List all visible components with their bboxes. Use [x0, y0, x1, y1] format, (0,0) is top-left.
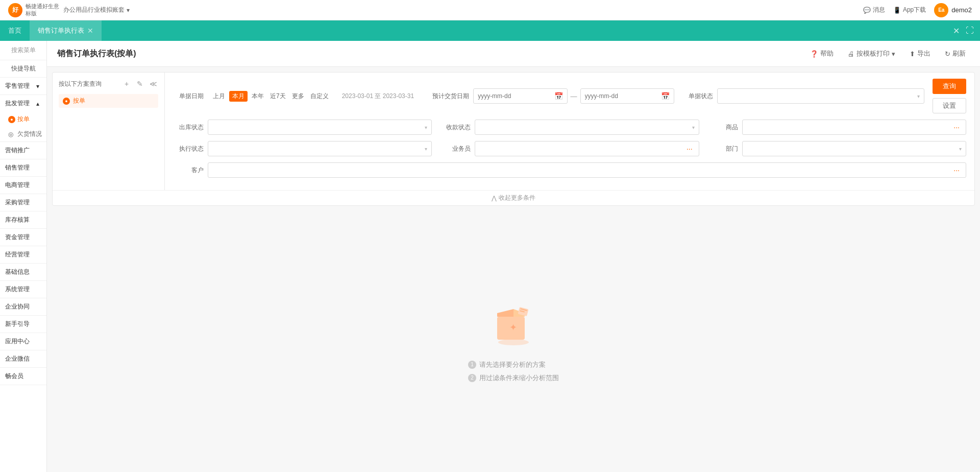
- settings-button[interactable]: 设置: [933, 98, 966, 113]
- export-button[interactable]: ⬆ 导出: [905, 47, 935, 60]
- sidebar-item-basic[interactable]: 基础信息: [0, 264, 46, 280]
- delivery-date-range: 📅 — 📅: [473, 88, 674, 104]
- sidebar-group-inventory: 库存核算: [0, 211, 46, 229]
- sidebar-item-ecommerce[interactable]: 电商管理: [0, 177, 46, 194]
- top-bar-left: 好 畅捷通好生意 标版 办公用品行业模拟账套 ▾: [8, 3, 130, 17]
- refresh-button[interactable]: ↻ 刷新: [941, 47, 970, 60]
- query-button[interactable]: 查询: [933, 79, 966, 94]
- sidebar-group-enterprise: 企业协同: [0, 298, 46, 316]
- date-quick-current-month[interactable]: 本月: [229, 91, 248, 102]
- tab-home[interactable]: 首页: [0, 20, 30, 41]
- scheme-item-press[interactable]: ● 按单: [59, 94, 158, 108]
- filter-field-delivery-status: 出库状态 ▾: [173, 120, 432, 135]
- date-quick-last-month[interactable]: 上月: [211, 91, 227, 102]
- expand-icon[interactable]: ⛶: [966, 26, 974, 35]
- help-button[interactable]: ❓ 帮助: [806, 47, 838, 60]
- tab-bar-right: ✕ ⛶: [947, 20, 980, 41]
- chevron-down-icon: ▾: [425, 125, 427, 130]
- customer-more-icon[interactable]: ···: [951, 166, 962, 174]
- sidebar-group-marketing: 营销推广: [0, 142, 46, 159]
- app-download-button[interactable]: 📱 App下载: [893, 6, 926, 14]
- calendar-icon-2: 📅: [661, 92, 670, 100]
- customer-input[interactable]: ···: [208, 162, 966, 178]
- delivery-status-select[interactable]: ▾: [208, 120, 432, 135]
- add-scheme-button[interactable]: +: [121, 79, 132, 89]
- goods-input[interactable]: ···: [742, 120, 966, 135]
- goods-more-icon[interactable]: ···: [951, 123, 962, 131]
- sidebar-item-member[interactable]: 畅会员: [0, 368, 46, 385]
- sidebar-item-system[interactable]: 系统管理: [0, 281, 46, 298]
- page-actions: ❓ 帮助 🖨 按模板打印 ▾ ⬆ 导出 ↻ 刷新: [806, 47, 970, 60]
- chevron-down-icon: ▾: [692, 125, 695, 130]
- sidebar-item-operation[interactable]: 经营管理: [0, 246, 46, 263]
- top-bar-right: 💬 消息 📱 App下载 Ea demo2: [863, 3, 972, 17]
- filter-row-2: 出库状态 ▾ 收款状态 ▾: [173, 120, 966, 135]
- delivery-date-from-input[interactable]: 📅: [473, 88, 567, 104]
- bill-status-label: 单据状态: [682, 92, 713, 101]
- svg-text:✦: ✦: [509, 322, 517, 333]
- sidebar-item-enterprise[interactable]: 企业协同: [0, 298, 46, 315]
- svg-marker-2: [497, 309, 513, 317]
- filter-scheme-title: 按以下方案查询: [59, 80, 102, 88]
- goods-field[interactable]: [747, 124, 952, 131]
- customer-field[interactable]: [212, 167, 951, 174]
- chevron-down-icon: [36, 83, 41, 90]
- sidebar-item-wholesale[interactable]: 批发管理: [0, 95, 46, 112]
- sidebar-item-retail[interactable]: 零售管理: [0, 78, 46, 95]
- exec-status-select[interactable]: ▾: [208, 141, 432, 156]
- filter-field-bill-date: 单据日期 上月 本月 本年 近7天 更多 自定义: [173, 91, 334, 102]
- sidebar-search-menu[interactable]: 搜索菜单: [0, 41, 46, 60]
- filter-panel: 按以下方案查询 + ✎ ≪ ● 按单: [52, 72, 975, 206]
- filter-scheme: 按以下方案查询 + ✎ ≪ ● 按单: [53, 73, 165, 190]
- template-print-button[interactable]: 🖨 按模板打印 ▾: [844, 47, 899, 60]
- salesperson-more-icon[interactable]: ···: [684, 145, 695, 153]
- delivery-date-to-field[interactable]: [585, 92, 661, 100]
- delivery-date-to-input[interactable]: 📅: [580, 88, 674, 104]
- sidebar-item-finance[interactable]: 资金管理: [0, 229, 46, 246]
- salesperson-label: 业务员: [440, 145, 471, 153]
- date-range-text: 2023-03-01 至 2023-03-31: [342, 92, 414, 101]
- sidebar-group-purchase: 采购管理: [0, 194, 46, 211]
- app-title[interactable]: 办公用品行业模拟账套 ▾: [63, 6, 130, 14]
- date-quick-custom[interactable]: 自定义: [308, 91, 331, 102]
- message-button[interactable]: 💬 消息: [863, 6, 885, 14]
- date-quick-current-year[interactable]: 本年: [250, 91, 266, 102]
- sidebar-item-wechat[interactable]: 企业微信: [0, 350, 46, 367]
- empty-illustration: ✦: [488, 299, 539, 350]
- sidebar-item-press[interactable]: ● 按单: [0, 112, 46, 127]
- tab-close-icon[interactable]: ✕: [87, 27, 93, 34]
- sidebar-item-sales[interactable]: 销售管理: [0, 159, 46, 176]
- page-title: 销售订单执行表(按单): [57, 49, 136, 59]
- collapse-scheme-button[interactable]: ≪: [148, 79, 158, 89]
- sidebar-item-purchase[interactable]: 采购管理: [0, 194, 46, 211]
- sidebar-item-appstore[interactable]: 应用中心: [0, 333, 46, 350]
- collection-status-select[interactable]: ▾: [475, 120, 699, 135]
- user-area[interactable]: Ea demo2: [934, 3, 972, 17]
- sidebar-group-ecommerce: 电商管理: [0, 177, 46, 194]
- sidebar-item-inventory[interactable]: 库存核算: [0, 211, 46, 228]
- sidebar: 搜索菜单 快捷导航 零售管理 批发管理 ● 按单 ◎ 欠货情况: [0, 41, 47, 472]
- collapse-bar[interactable]: ⋀ 收起更多条件: [53, 190, 974, 205]
- delivery-date-label: 预计交货日期: [432, 92, 469, 101]
- export-icon: ⬆: [910, 50, 915, 58]
- date-quick-more[interactable]: 更多: [290, 91, 306, 102]
- chevron-down-icon: ▾: [917, 93, 920, 99]
- salesperson-input[interactable]: ···: [475, 141, 699, 156]
- filter-field-collection-status: 收款状态 ▾: [440, 120, 699, 135]
- sidebar-item-marketing[interactable]: 营销推广: [0, 142, 46, 159]
- bill-status-select[interactable]: ▾: [717, 88, 924, 104]
- sidebar-quick-nav[interactable]: 快捷导航: [0, 60, 46, 78]
- tab-sales-order-exec[interactable]: 销售订单执行表 ✕: [30, 20, 102, 41]
- salesperson-field[interactable]: [479, 145, 684, 152]
- sidebar-group-wholesale: 批发管理 ● 按单 ◎ 欠货情况: [0, 95, 46, 142]
- date-quick-last-7-days[interactable]: 近7天: [268, 91, 288, 102]
- query-btn-group: 查询 设置: [933, 79, 966, 113]
- sidebar-item-debt[interactable]: ◎ 欠货情况: [0, 127, 46, 141]
- delivery-date-from-field[interactable]: [478, 92, 554, 100]
- sidebar-item-newbie[interactable]: 新手引导: [0, 316, 46, 333]
- department-select[interactable]: ▾: [742, 141, 966, 156]
- filter-field-department: 部门 ▾: [707, 141, 966, 156]
- close-window-icon[interactable]: ✕: [953, 26, 960, 36]
- user-name: demo2: [951, 6, 972, 14]
- edit-scheme-button[interactable]: ✎: [135, 79, 145, 89]
